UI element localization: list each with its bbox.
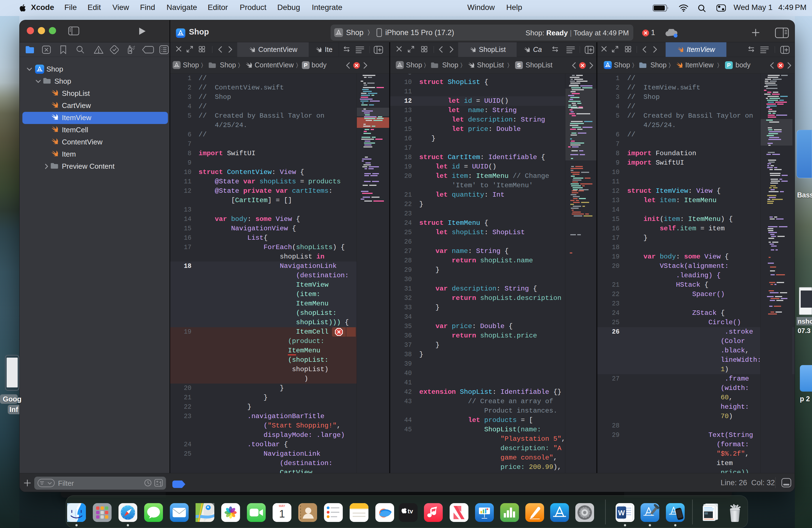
svg-text:tv: tv [408, 508, 413, 515]
svg-text:1: 1 [279, 508, 285, 520]
svg-text:MAY: MAY [279, 504, 285, 508]
svg-text:W: W [618, 509, 625, 517]
